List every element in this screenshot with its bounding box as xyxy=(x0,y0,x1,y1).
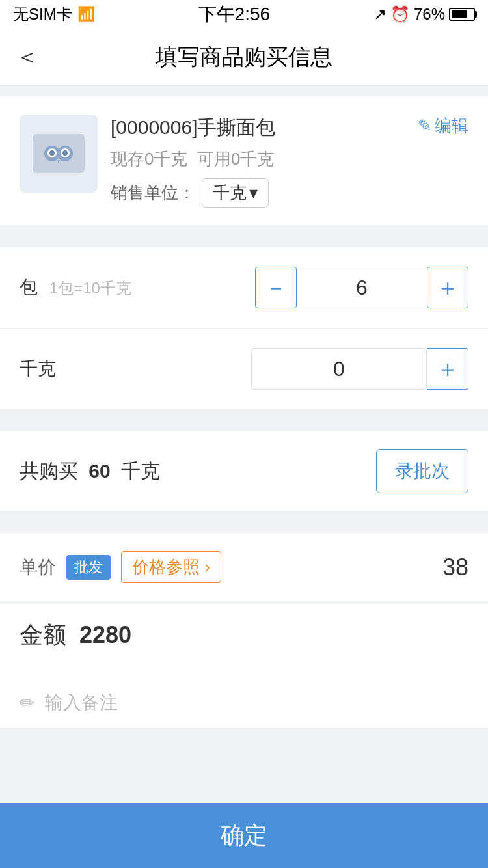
quantity-section: 包 1包=10千克 － ＋ 千克 ＋ xyxy=(0,247,488,410)
total-section: 共购买 60 千克 录批次 xyxy=(0,431,488,512)
kg-quantity-control: ＋ xyxy=(251,348,468,390)
product-unit-row: 销售单位： 千克 ▾ xyxy=(111,178,468,208)
wifi-icon: 📶 xyxy=(77,6,95,23)
svg-point-5 xyxy=(62,150,68,156)
price-label: 单价 xyxy=(20,555,56,580)
nav-bar: ＜ 填写商品购买信息 xyxy=(0,29,488,86)
page-title: 填写商品购买信息 xyxy=(156,42,332,72)
price-value: 38 xyxy=(442,554,468,581)
bag-label: 包 xyxy=(20,277,38,297)
status-bar: 无SIM卡 📶 下午2:56 ↗ ⏰ 76% xyxy=(0,0,488,29)
unit-label: 销售单位： xyxy=(111,182,195,204)
alarm-icon: ⏰ xyxy=(390,5,410,23)
kg-quantity-input[interactable] xyxy=(251,348,427,390)
chevron-down-icon: ▾ xyxy=(249,183,258,203)
svg-point-4 xyxy=(49,150,55,156)
price-ref-button[interactable]: 价格参照 › xyxy=(121,551,221,583)
note-row[interactable]: ✏ 输入备注 xyxy=(0,677,488,728)
edit-button[interactable]: ✎ 编辑 xyxy=(418,115,468,137)
edit-icon: ✎ xyxy=(418,116,432,136)
bag-plus-button[interactable]: ＋ xyxy=(427,267,468,308)
price-section: 单价 批发 价格参照 › 38 xyxy=(0,533,488,601)
bag-quantity-row: 包 1包=10千克 － ＋ xyxy=(0,247,488,329)
battery-percent: 76% xyxy=(414,5,445,23)
unit-select[interactable]: 千克 ▾ xyxy=(202,178,269,208)
product-section: [0000006]手撕面包 现存0千克 可用0千克 销售单位： 千克 ▾ ✎ 编… xyxy=(0,96,488,226)
product-info: [0000006]手撕面包 现存0千克 可用0千克 销售单位： 千克 ▾ xyxy=(111,115,468,208)
pencil-icon: ✏ xyxy=(20,692,34,714)
back-button[interactable]: ＜ xyxy=(16,41,39,73)
total-text: 共购买 60 千克 xyxy=(20,458,160,485)
bag-quantity-control: － ＋ xyxy=(255,267,468,308)
product-logo xyxy=(33,134,85,173)
status-right: ↗ ⏰ 76% xyxy=(373,5,475,23)
svg-marker-6 xyxy=(57,160,60,163)
kg-plus-button[interactable]: ＋ xyxy=(427,348,468,390)
kg-label: 千克 xyxy=(20,357,56,381)
status-left: 无SIM卡 📶 xyxy=(13,4,95,25)
batch-button[interactable]: 录批次 xyxy=(376,449,468,493)
product-name: [0000006]手撕面包 xyxy=(111,115,468,141)
product-stock: 现存0千克 可用0千克 xyxy=(111,148,468,170)
confirm-button[interactable]: 确定 xyxy=(0,803,488,868)
amount-section: 金额 2280 ✏ 输入备注 xyxy=(0,604,488,728)
bag-quantity-input[interactable] xyxy=(297,267,427,308)
bag-label-group: 包 1包=10千克 xyxy=(20,275,131,300)
bag-hint: 1包=10千克 xyxy=(49,279,131,297)
amount-row: 金额 2280 xyxy=(0,604,488,667)
status-time: 下午2:56 xyxy=(198,2,271,27)
carrier-text: 无SIM卡 xyxy=(13,4,72,25)
battery-icon xyxy=(449,8,475,21)
bag-minus-button[interactable]: － xyxy=(255,267,297,308)
kg-quantity-row: 千克 ＋ xyxy=(0,329,488,410)
note-placeholder: 输入备注 xyxy=(45,690,118,715)
price-type-tag: 批发 xyxy=(66,555,111,580)
product-image xyxy=(20,115,98,193)
location-icon: ↗ xyxy=(373,5,386,23)
